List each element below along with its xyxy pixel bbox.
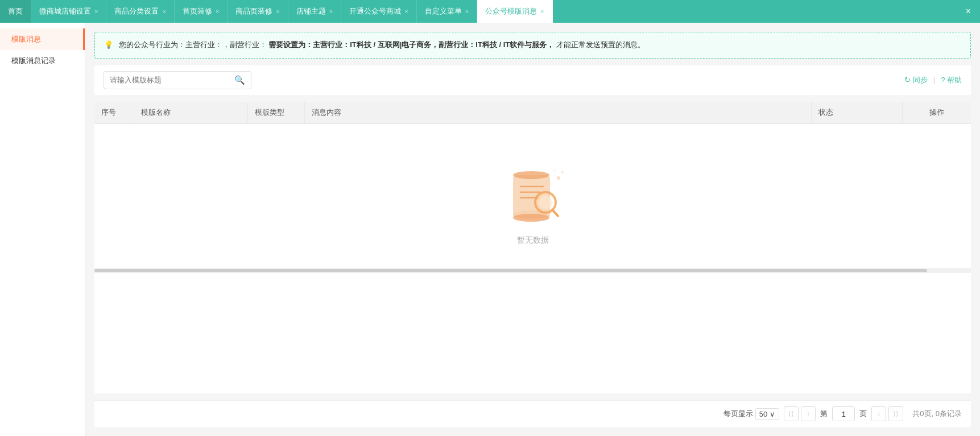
- svg-point-12: [553, 169, 555, 171]
- notice-icon: 💡: [104, 39, 113, 51]
- nav-tab-product-decor[interactable]: 商品页装修 ×: [228, 0, 288, 23]
- svg-line-9: [552, 210, 558, 216]
- next-page-button[interactable]: ›: [871, 406, 886, 421]
- search-button[interactable]: 🔍: [229, 72, 251, 89]
- sync-button[interactable]: ↻ 同步: [904, 75, 928, 85]
- search-bar: 🔍 ↻ 同步 | ? 帮助: [94, 65, 971, 95]
- page-controls: ⟨⟨ ‹ 第 页 › ⟩⟩: [784, 406, 903, 421]
- close-custom-menu[interactable]: ×: [465, 8, 469, 15]
- scrollbar-thumb: [94, 269, 927, 272]
- main-layout: 模版消息 模版消息记录 💡 您的公众号行业为：主营行业：，副营行业： 需要设置为…: [0, 23, 980, 436]
- page-size-label: 每页显示: [723, 409, 753, 419]
- table-wrap: 序号 模版名称 模版类型 消息内容 状态 操作: [94, 102, 971, 393]
- sidebar-item-template-message-log[interactable]: 模版消息记录: [0, 50, 85, 72]
- page-number-input[interactable]: [832, 406, 855, 421]
- page-label-before: 第: [820, 409, 828, 419]
- first-page-button[interactable]: ⟨⟨: [784, 406, 799, 421]
- content-area: 💡 您的公众号行业为：主营行业：，副营行业： 需要设置为：主营行业：IT科技 /…: [85, 23, 980, 436]
- search-actions: ↻ 同步 | ? 帮助: [904, 75, 962, 85]
- page-label-after: 页: [859, 409, 867, 419]
- action-divider: |: [933, 76, 935, 84]
- th-status: 状态: [812, 102, 903, 123]
- close-home-decor[interactable]: ×: [216, 8, 219, 15]
- sidebar: 模版消息 模版消息记录: [0, 23, 85, 436]
- global-close-icon[interactable]: ×: [966, 6, 971, 16]
- sidebar-item-template-message[interactable]: 模版消息: [0, 28, 85, 50]
- th-action: 操作: [903, 102, 971, 123]
- empty-illustration: [499, 158, 567, 226]
- empty-text: 暂无数据: [517, 235, 549, 246]
- close-category-settings[interactable]: ×: [162, 8, 166, 15]
- prev-page-button[interactable]: ‹: [801, 406, 816, 421]
- svg-point-2: [513, 171, 549, 179]
- svg-point-3: [513, 214, 549, 222]
- th-index: 序号: [94, 102, 134, 123]
- search-input[interactable]: [104, 72, 229, 88]
- close-shop-settings[interactable]: ×: [94, 8, 98, 15]
- page-size-dropdown[interactable]: 50 ∨: [755, 408, 779, 420]
- top-nav: 首页 微商城店铺设置 × 商品分类设置 × 首页装修 × 商品页装修 × 店铺主…: [0, 0, 980, 23]
- chevron-down-icon: ∨: [770, 410, 775, 418]
- nav-tab-open-mall[interactable]: 开通公众号商城 ×: [341, 0, 416, 23]
- nav-tab-shop-settings[interactable]: 微商城店铺设置 ×: [31, 0, 106, 23]
- empty-state: 暂无数据: [94, 124, 971, 268]
- last-page-button[interactable]: ⟩⟩: [888, 406, 903, 421]
- svg-point-11: [561, 171, 564, 173]
- help-icon: ?: [941, 76, 945, 84]
- close-product-decor[interactable]: ×: [276, 8, 279, 15]
- nav-tab-shop-theme[interactable]: 店铺主题 ×: [288, 0, 341, 23]
- svg-point-10: [557, 176, 560, 180]
- nav-tab-category-settings[interactable]: 商品分类设置 ×: [106, 0, 174, 23]
- th-content: 消息内容: [305, 102, 812, 123]
- horizontal-scrollbar[interactable]: [94, 268, 971, 273]
- nav-tab-custom-menu[interactable]: 自定义菜单 ×: [417, 0, 477, 23]
- close-open-mall[interactable]: ×: [404, 8, 408, 15]
- svg-point-8: [539, 196, 552, 209]
- close-template-msg[interactable]: ×: [540, 8, 544, 15]
- pagination-bar: 每页显示 50 ∨ ⟨⟨ ‹ 第 页 › ⟩⟩ 共0页, 0条记录: [94, 400, 971, 427]
- th-name: 模版名称: [134, 102, 248, 123]
- table-header: 序号 模版名称 模版类型 消息内容 状态 操作: [94, 102, 971, 124]
- notice-banner: 💡 您的公众号行业为：主营行业：，副营行业： 需要设置为：主营行业：IT科技 /…: [94, 32, 971, 59]
- th-type: 模版类型: [248, 102, 305, 123]
- nav-tab-template-msg[interactable]: 公众号模版消息 ×: [477, 0, 552, 23]
- sync-icon: ↻: [904, 76, 911, 84]
- nav-tab-home[interactable]: 首页: [0, 0, 31, 23]
- help-button[interactable]: ? 帮助: [941, 75, 962, 85]
- close-shop-theme[interactable]: ×: [329, 8, 333, 15]
- nav-tab-home-decor[interactable]: 首页装修 ×: [175, 0, 228, 23]
- page-size-select: 每页显示 50 ∨: [723, 408, 779, 420]
- page-total: 共0页, 0条记录: [912, 409, 962, 419]
- search-input-wrap: 🔍: [104, 71, 251, 89]
